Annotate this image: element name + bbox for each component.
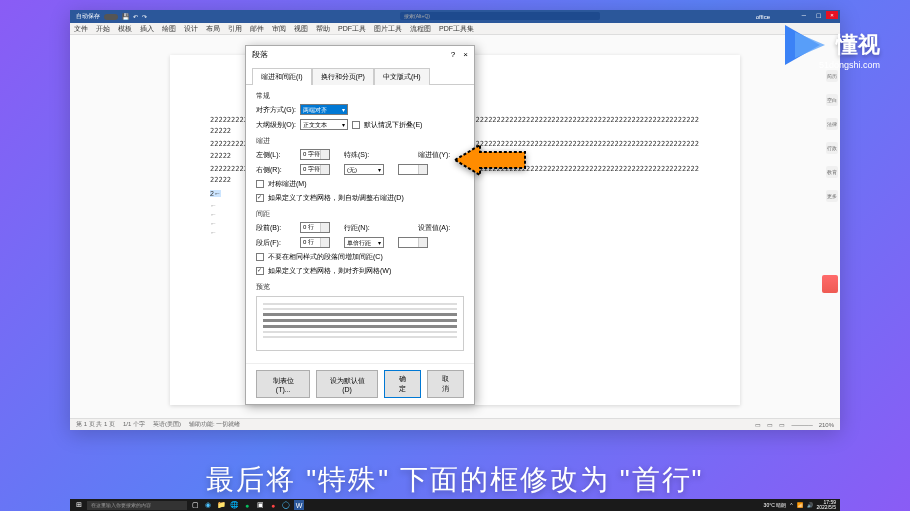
view-print-icon[interactable]: ▭ <box>767 421 773 428</box>
grid-label: 如果定义了文档网格，则对齐到网格(W) <box>268 266 391 276</box>
nosame-checkbox[interactable] <box>256 253 264 261</box>
preview-label: 预览 <box>256 282 464 292</box>
tray-up-icon[interactable]: ^ <box>790 502 792 508</box>
tab-help[interactable]: 帮助 <box>316 24 330 34</box>
record-icon[interactable]: ● <box>268 500 278 510</box>
tab-home[interactable]: 开始 <box>96 24 110 34</box>
word-icon[interactable]: W <box>294 500 304 510</box>
task-view-icon[interactable]: ▢ <box>190 500 200 510</box>
qat-undo-icon[interactable]: ↶ <box>133 13 138 20</box>
default-button[interactable]: 设为默认值(D) <box>316 370 377 398</box>
tab-mail[interactable]: 邮件 <box>250 24 264 34</box>
outline-combo[interactable]: 正文文本 <box>300 119 348 130</box>
app-icon[interactable]: ▣ <box>255 500 265 510</box>
maximize-button[interactable]: ☐ <box>812 11 824 19</box>
tray-wifi-icon[interactable]: 📶 <box>797 502 803 508</box>
clock-date[interactable]: 2022/5/5 <box>817 505 836 510</box>
side-admin[interactable]: 行政 <box>826 142 838 154</box>
wechat-icon[interactable]: ● <box>242 500 252 510</box>
tab-template[interactable]: 模板 <box>118 24 132 34</box>
word-count[interactable]: 1/1 个字 <box>123 420 145 429</box>
tab-pdf[interactable]: PDF工具 <box>338 24 366 34</box>
align-label: 对齐方式(G): <box>256 105 296 115</box>
word-window: 自动保存 💾 ↶ ↷ word首行缩进怎么设置.docx 搜索(Alt+Q) o… <box>70 10 840 430</box>
before-label: 段前(B): <box>256 223 296 233</box>
zoom-level[interactable]: 210% <box>819 422 834 428</box>
autosave-toggle[interactable]: 自动保存 <box>76 12 100 21</box>
tab-line-breaks[interactable]: 换行和分页(P) <box>312 68 374 85</box>
before-spinner[interactable]: 0 行 <box>300 222 330 233</box>
right-spinner[interactable]: 0 字符 <box>300 164 330 175</box>
grid-checkbox[interactable] <box>256 267 264 275</box>
left-spinner[interactable]: 0 字符 <box>300 149 330 160</box>
dialog-close-icon[interactable]: × <box>463 50 468 59</box>
side-panel: 简历 空白 法律 行政 教育 更多 <box>824 60 840 360</box>
logo-text: 懂视 <box>836 30 880 60</box>
after-label: 段后(F): <box>256 238 296 248</box>
tab-design[interactable]: 设计 <box>184 24 198 34</box>
tab-cjk[interactable]: 中文版式(H) <box>374 68 430 85</box>
tab-view[interactable]: 视图 <box>294 24 308 34</box>
tab-pdfset[interactable]: PDF工具集 <box>439 24 474 34</box>
dialog-title: 段落 <box>252 49 268 60</box>
taskbar-search[interactable]: 在这里输入你要搜索的内容 <box>87 501 187 510</box>
edge-icon[interactable]: ◉ <box>203 500 213 510</box>
statusbar: 第 1 页 共 1 页 1/1 个字 英语(美国) 辅助功能: 一切就绪 ▭ ▭… <box>70 418 840 430</box>
paragraph-dialog: 段落 ? × 缩进和间距(I) 换行和分页(P) 中文版式(H) 常规 对齐方式… <box>245 45 475 405</box>
autosave-switch[interactable] <box>104 14 118 20</box>
cortana-icon[interactable]: ◯ <box>281 500 291 510</box>
minimize-button[interactable]: ─ <box>798 11 810 19</box>
language[interactable]: 英语(美国) <box>153 420 181 429</box>
tab-layout[interactable]: 布局 <box>206 24 220 34</box>
tab-references[interactable]: 引用 <box>228 24 242 34</box>
search-box[interactable]: 搜索(Alt+Q) <box>400 12 600 20</box>
tab-file[interactable]: 文件 <box>74 24 88 34</box>
left-label: 左侧(L): <box>256 150 296 160</box>
indent-value-spinner[interactable] <box>398 164 428 175</box>
align-combo[interactable]: 两端对齐 <box>300 104 348 115</box>
close-button[interactable]: × <box>826 11 838 19</box>
side-resume[interactable]: 简历 <box>826 70 838 82</box>
mirror-checkbox[interactable] <box>256 180 264 188</box>
side-legal[interactable]: 法律 <box>826 118 838 130</box>
folder-icon[interactable]: 📁 <box>216 500 226 510</box>
side-more[interactable]: 更多 <box>826 190 838 202</box>
brand-logo: 懂视 <box>780 20 880 70</box>
qat-redo-icon[interactable]: ↷ <box>142 13 147 20</box>
view-read-icon[interactable]: ▭ <box>755 421 761 428</box>
line-label: 行距(N): <box>344 223 384 233</box>
line-combo[interactable]: 单倍行距 <box>344 237 384 248</box>
collapse-checkbox[interactable] <box>352 121 360 129</box>
right-label: 右侧(R): <box>256 165 296 175</box>
qat-save-icon[interactable]: 💾 <box>122 13 129 20</box>
tray-volume-icon[interactable]: 🔊 <box>807 502 813 508</box>
tab-review[interactable]: 审阅 <box>272 24 286 34</box>
help-icon[interactable]: ? <box>451 50 455 59</box>
accessibility[interactable]: 辅助功能: 一切就绪 <box>189 420 240 429</box>
tab-insert[interactable]: 插入 <box>140 24 154 34</box>
page-count[interactable]: 第 1 页 共 1 页 <box>76 420 115 429</box>
mirror-label: 对称缩进(M) <box>268 179 307 189</box>
side-edu[interactable]: 教育 <box>826 166 838 178</box>
start-icon[interactable]: ⊞ <box>74 500 84 510</box>
browser-icon[interactable]: 🌐 <box>229 500 239 510</box>
tabs-button[interactable]: 制表位(T)... <box>256 370 310 398</box>
red-envelope-icon[interactable] <box>822 275 838 293</box>
weather[interactable]: 30°C 晴朗 <box>764 502 787 508</box>
ok-button[interactable]: 确定 <box>384 370 421 398</box>
view-web-icon[interactable]: ▭ <box>779 421 785 428</box>
windows-taskbar: ⊞ 在这里输入你要搜索的内容 ▢ ◉ 📁 🌐 ● ▣ ● ◯ W 30°C 晴朗… <box>70 499 840 511</box>
cancel-button[interactable]: 取消 <box>427 370 464 398</box>
side-blank[interactable]: 空白 <box>826 94 838 106</box>
after-spinner[interactable]: 0 行 <box>300 237 330 248</box>
play-logo-icon <box>780 20 830 70</box>
setvalue-spinner[interactable] <box>398 237 428 248</box>
tab-picture[interactable]: 图片工具 <box>374 24 402 34</box>
spacing-label: 间距 <box>256 209 464 219</box>
autoadjust-checkbox[interactable] <box>256 194 264 202</box>
tab-indent-spacing[interactable]: 缩进和间距(I) <box>252 68 312 85</box>
tab-flowchart[interactable]: 流程图 <box>410 24 431 34</box>
special-combo[interactable]: (无) <box>344 164 384 175</box>
tab-draw[interactable]: 绘图 <box>162 24 176 34</box>
preview-box <box>256 296 464 351</box>
